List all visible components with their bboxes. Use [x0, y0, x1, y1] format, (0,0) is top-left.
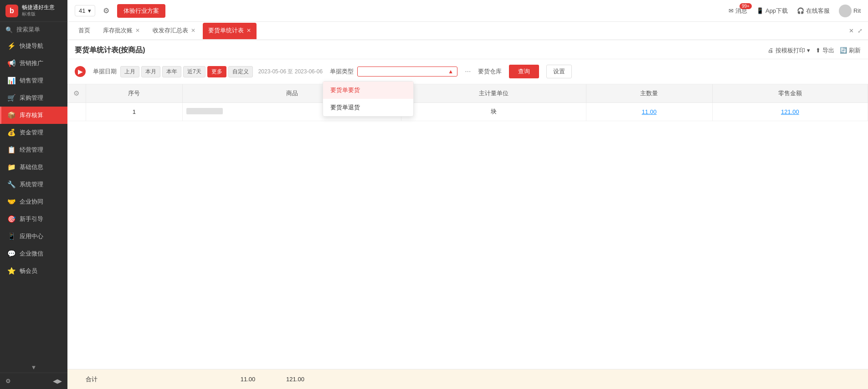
date-range-text: 2023-05-06 至 2023-06-06: [258, 68, 323, 76]
tab-inventory-batch-label: 库存批次账: [103, 26, 133, 35]
type-dropdown: 要货单要货 要货单退货: [323, 81, 414, 117]
tab-receive-summary-close[interactable]: ✕: [191, 27, 195, 34]
online-service-link[interactable]: 🎧 在线客服: [797, 7, 830, 15]
tab-home[interactable]: 首页: [73, 23, 96, 39]
filter-date-btns: 上月 本月 本年 近7天 更多 自定义: [120, 66, 253, 77]
page-header: 要货单统计表(按商品) 🖨 按模板打印 ▾ ⬆ 导出 🔄 刷新: [67, 40, 868, 59]
message-count: 99+: [740, 3, 752, 9]
table-settings-btn[interactable]: 设置: [546, 65, 572, 78]
row-settings-cell: [67, 102, 86, 121]
topbar-right: ✉ 消息 99+ 📱 App下载 🎧 在线客服 Rit: [729, 5, 861, 17]
col-settings: ⚙: [67, 84, 86, 102]
table-row: 1 块 11.00 121.00: [67, 102, 868, 121]
sidebar-item-system[interactable]: 🔧 系统管理: [0, 176, 67, 193]
filter-more-options[interactable]: ···: [465, 67, 471, 76]
col-settings-icon[interactable]: ⚙: [73, 89, 79, 97]
sidebar-item-weixin[interactable]: 💬 企业微信: [0, 245, 67, 262]
page-title: 要货单统计表(按商品): [75, 46, 145, 55]
user-avatar-area[interactable]: Rit: [839, 5, 861, 17]
tabs-bar: 首页 库存批次账 ✕ 收发存汇总表 ✕ 要货单统计表 ✕ ✕ ⤢: [67, 22, 868, 40]
sidebar-item-label: 库存核算: [20, 111, 43, 119]
date-btn-this-month[interactable]: 本月: [141, 66, 160, 77]
collapse-button[interactable]: ◀▶: [53, 378, 62, 384]
data-table-container: ⚙ 序号 商品 主计量单位 主数量 零售金额 1: [67, 84, 868, 369]
sidebar-item-marketing[interactable]: 📢 营销推广: [0, 55, 67, 72]
row-qty-link[interactable]: 11.00: [642, 108, 657, 115]
settings-icon[interactable]: ⚙: [5, 378, 11, 384]
sidebar-item-label: 企业微信: [20, 250, 43, 258]
sidebar: b 畅捷通好生意 标准版 🔍 搜索菜单 ⚡ 快捷导航 📢 营销推广 📊 销售管理…: [0, 0, 67, 389]
sidebar-item-finance[interactable]: 💰 资金管理: [0, 124, 67, 141]
date-btn-last-month[interactable]: 上月: [120, 66, 139, 77]
window-maximize-icon[interactable]: ⤢: [858, 27, 863, 34]
refresh-label: 刷新: [849, 46, 861, 55]
sidebar-scroll-down[interactable]: ▼: [0, 362, 67, 373]
sidebar-item-corp[interactable]: 🤝 企业协同: [0, 193, 67, 210]
dropdown-item-order-return[interactable]: 要货单退货: [323, 99, 413, 116]
online-service-label: 在线客服: [806, 7, 830, 15]
tab-order-stats-close[interactable]: ✕: [247, 27, 251, 34]
col-qty-header: 主数量: [586, 84, 712, 102]
sidebar-nav: ⚡ 快捷导航 📢 营销推广 📊 销售管理 🛒 采购管理 📦 库存核算 💰 资金管…: [0, 37, 67, 362]
tab-inventory-batch-close[interactable]: ✕: [135, 27, 140, 34]
headset-icon: 🎧: [797, 7, 804, 14]
sidebar-item-label: 营销推广: [20, 59, 43, 67]
date-btn-7days[interactable]: 近7天: [183, 66, 205, 77]
sidebar-item-sales[interactable]: 📊 销售管理: [0, 72, 67, 89]
export-icon: ⬆: [816, 47, 821, 54]
warehouse-label: 要货仓库: [478, 67, 502, 76]
row-amount-link[interactable]: 121.00: [781, 108, 799, 115]
table-footer: 合计 11.00 121.00: [67, 369, 868, 389]
date-btn-this-year[interactable]: 本年: [162, 66, 181, 77]
purchase-icon: 🛒: [7, 94, 16, 102]
dropdown-item-order-goods[interactable]: 要货单要货: [323, 82, 413, 99]
sidebar-item-operation[interactable]: 📋 经营管理: [0, 141, 67, 159]
appstore-icon: 📱: [7, 232, 16, 241]
store-name: 41: [79, 7, 85, 14]
type-select[interactable]: ▲: [357, 67, 457, 77]
window-close-icon[interactable]: ✕: [849, 27, 854, 34]
query-btn[interactable]: 查询: [509, 65, 539, 78]
basic-icon: 📁: [7, 163, 16, 171]
print-icon: 🖨: [768, 47, 774, 54]
date-btn-more[interactable]: 更多: [207, 66, 226, 77]
sidebar-item-quick-nav[interactable]: ⚡ 快捷导航: [0, 37, 67, 55]
sidebar-item-label: 基础信息: [20, 163, 43, 171]
row-no: 1: [86, 102, 183, 121]
store-selector[interactable]: 41 ▾: [75, 5, 95, 16]
sidebar-item-guide[interactable]: 🎯 新手引导: [0, 210, 67, 228]
search-menu[interactable]: 🔍 搜索菜单: [0, 22, 67, 37]
tab-inventory-batch[interactable]: 库存批次账 ✕: [98, 23, 145, 39]
print-template-btn[interactable]: 🖨 按模板打印 ▾: [768, 46, 810, 55]
sidebar-item-inventory[interactable]: 📦 库存核算: [0, 107, 67, 124]
tab-order-stats[interactable]: 要货单统计表 ✕: [203, 23, 257, 39]
sidebar-item-purchase[interactable]: 🛒 采购管理: [0, 89, 67, 107]
refresh-btn[interactable]: 🔄 刷新: [840, 46, 861, 55]
sidebar-item-label: 系统管理: [20, 180, 43, 189]
topbar: 41 ▾ ⚙ 体验行业方案 ✉ 消息 99+ 📱 App下载 🎧 在线客服 R: [67, 0, 868, 22]
industry-btn[interactable]: 体验行业方案: [117, 4, 165, 18]
export-btn[interactable]: ⬆ 导出: [816, 46, 834, 55]
sidebar-item-label: 采购管理: [20, 94, 43, 102]
sidebar-item-appstore[interactable]: 📱 应用中心: [0, 228, 67, 245]
footer-label: 合计: [75, 375, 230, 384]
sidebar-item-label: 新手引导: [20, 215, 43, 223]
tab-receive-summary[interactable]: 收发存汇总表 ✕: [147, 23, 201, 39]
export-label: 导出: [822, 46, 834, 55]
date-btn-custom[interactable]: 自定义: [228, 66, 253, 77]
footer-amount: 121.00: [277, 376, 313, 383]
tab-home-label: 首页: [78, 26, 90, 35]
app-download-label: App下载: [765, 7, 788, 15]
user-name: Rit: [853, 7, 861, 14]
sidebar-item-label: 企业协同: [20, 198, 43, 206]
topbar-settings-icon[interactable]: ⚙: [100, 5, 113, 17]
window-controls: ✕ ⤢: [849, 27, 863, 34]
row-amount: 121.00: [712, 102, 868, 121]
sidebar-item-member[interactable]: ⭐ 畅会员: [0, 262, 67, 280]
message-badge[interactable]: ✉ 消息 99+: [729, 7, 747, 15]
sidebar-item-basic[interactable]: 📁 基础信息: [0, 159, 67, 176]
topbar-left: 41 ▾ ⚙ 体验行业方案: [75, 4, 729, 18]
tab-order-stats-label: 要货单统计表: [208, 26, 244, 35]
app-download-link[interactable]: 📱 App下载: [756, 7, 788, 15]
filter-expand-btn[interactable]: ▶: [75, 66, 86, 77]
